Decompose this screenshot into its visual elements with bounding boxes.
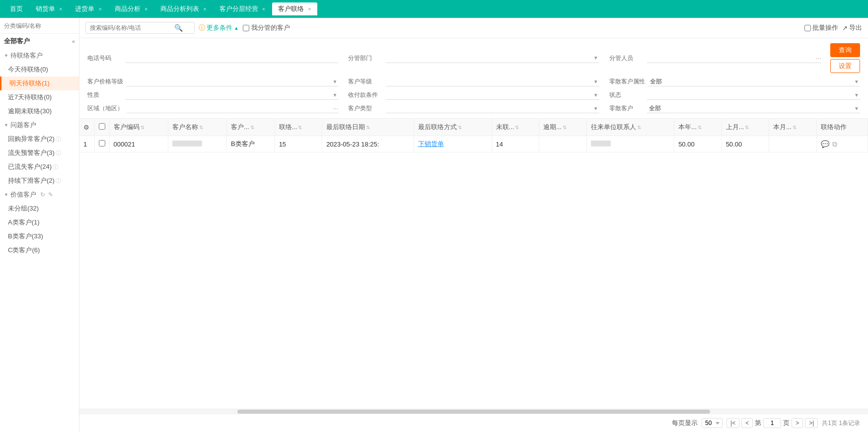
sidebar-item-7day-contact[interactable]: 近7天待联络(0): [0, 90, 79, 104]
sort-name-icon[interactable]: ⇅: [199, 125, 203, 130]
sort-date-icon[interactable]: ⇅: [366, 125, 370, 130]
sort-overdue-icon[interactable]: ⇅: [563, 125, 567, 130]
nav-customer-tiered[interactable]: 客户分层经营 ×: [214, 2, 271, 15]
help-icon-2[interactable]: ⓘ: [56, 149, 61, 157]
my-customers-check[interactable]: [243, 25, 249, 31]
sort-method-icon[interactable]: ⇅: [458, 125, 462, 130]
nav-purchase-order[interactable]: 进货单 ×: [69, 2, 107, 15]
refresh-icon[interactable]: ↻: [40, 191, 45, 198]
sidebar-item-today-contact[interactable]: 今天待联络(0): [0, 63, 79, 76]
my-customers-checkbox[interactable]: 我分管的客户: [243, 23, 290, 32]
table-scroll-thumb[interactable]: [237, 410, 711, 414]
col-this-year[interactable]: 本年...⇅: [674, 119, 722, 136]
more-conditions-btn[interactable]: ⓘ 更多条件 ▲: [199, 23, 239, 32]
group-value-customers[interactable]: 价值客户 ↻ ✎: [0, 188, 79, 202]
sidebar-item-churn-warning[interactable]: 流失预警客户(3) ⓘ: [0, 146, 79, 160]
sort-thismonth-icon[interactable]: ⇅: [793, 125, 796, 130]
sort-lastmonth-icon[interactable]: ⇅: [745, 125, 749, 130]
close-product-analysis-list-icon[interactable]: ×: [203, 6, 206, 12]
close-purchase-order-icon[interactable]: ×: [98, 6, 101, 12]
sidebar-item-ungrouped[interactable]: 未分组(32): [0, 202, 79, 216]
sort-unit-icon[interactable]: ⇅: [637, 125, 641, 130]
close-sales-order-icon[interactable]: ×: [59, 6, 62, 12]
col-customer-type[interactable]: 客户...⇅: [226, 119, 275, 136]
nature-select[interactable]: [125, 90, 338, 99]
all-customers-title[interactable]: 全部客户 «: [0, 34, 79, 49]
nav-product-analysis-list[interactable]: 商品分析列表 ×: [154, 2, 212, 15]
query-button[interactable]: 查询: [830, 43, 860, 57]
area-input[interactable]: [126, 104, 333, 113]
sort-code-icon[interactable]: ⇅: [141, 125, 145, 130]
close-customer-tiered-icon[interactable]: ×: [262, 6, 265, 12]
col-contact[interactable]: 联络...⇅: [275, 119, 322, 136]
settings-button[interactable]: 设置: [830, 59, 860, 73]
help-icon-1[interactable]: ⓘ: [56, 136, 61, 143]
prev-page-btn[interactable]: <: [741, 418, 753, 428]
sidebar-item-class-a[interactable]: A类客户(1): [0, 216, 79, 229]
help-icon-4[interactable]: ⓘ: [56, 177, 61, 185]
person-input[interactable]: [647, 54, 816, 63]
sort-year-icon[interactable]: ⇅: [698, 125, 702, 130]
retail-attr-select[interactable]: 全部: [648, 77, 860, 86]
col-action[interactable]: 联络动作: [816, 119, 868, 136]
dept-select[interactable]: [386, 54, 599, 63]
col-checkbox[interactable]: [94, 119, 109, 136]
sort-contact-icon[interactable]: ⇅: [298, 125, 302, 130]
col-last-contact-date[interactable]: 最后联络日期⇅: [322, 119, 414, 136]
nav-sales-order[interactable]: 销货单 ×: [30, 2, 68, 15]
nav-home[interactable]: 首页: [4, 2, 29, 15]
retail-customer-select[interactable]: 全部: [647, 104, 860, 113]
batch-op-check[interactable]: [804, 25, 811, 31]
export-button[interactable]: ↗ 导出: [842, 23, 862, 32]
customer-level-select[interactable]: [386, 77, 599, 86]
next-page-btn[interactable]: >: [792, 418, 803, 428]
table-scroll-bar[interactable]: [79, 409, 868, 414]
col-customer-code[interactable]: 客户编码⇅: [109, 119, 168, 136]
row-checkbox[interactable]: [99, 140, 105, 146]
sidebar-item-class-c[interactable]: C类客户(6): [0, 243, 79, 257]
search-button[interactable]: 🔍: [174, 24, 183, 32]
area-more-icon[interactable]: ···: [333, 104, 339, 112]
nav-customer-contact[interactable]: 客户联络 ×: [272, 2, 317, 15]
nav-product-analysis[interactable]: 商品分析 ×: [109, 2, 153, 15]
group-pending-contact[interactable]: 待联络客户: [0, 49, 79, 63]
more-action-icon[interactable]: ⧉: [832, 140, 837, 148]
sidebar-item-declining[interactable]: 持续下滑客户(2) ⓘ: [0, 174, 79, 188]
phone-input[interactable]: [125, 54, 338, 63]
per-page-select[interactable]: 50: [702, 418, 723, 428]
sidebar-item-abnormal-repurchase[interactable]: 回购异常客户(2) ⓘ: [0, 132, 79, 146]
col-this-month[interactable]: 本月...⇅: [769, 119, 817, 136]
col-customer-name[interactable]: 客户名称⇅: [168, 119, 226, 136]
col-overdue[interactable]: 逾期...⇅: [539, 119, 587, 136]
contact-method-link[interactable]: 下销货单: [418, 140, 444, 147]
help-icon-3[interactable]: ⓘ: [53, 163, 58, 171]
cell-last-contact-method[interactable]: 下销货单: [414, 136, 492, 152]
first-page-btn[interactable]: |<: [726, 418, 739, 428]
payment-select[interactable]: [386, 90, 599, 99]
col-unit-contact[interactable]: 往来单位联系人⇅: [586, 119, 674, 136]
sort-type-icon[interactable]: ⇅: [250, 125, 254, 130]
close-customer-contact-icon[interactable]: ×: [308, 6, 311, 12]
sidebar-item-overdue-contact[interactable]: 逾期未联络(30): [0, 104, 79, 118]
batch-op-button[interactable]: 批量操作: [804, 23, 838, 32]
sidebar-search-input[interactable]: [4, 22, 78, 29]
close-product-analysis-icon[interactable]: ×: [145, 6, 147, 12]
col-last-month[interactable]: 上月...⇅: [722, 119, 769, 136]
group-problem-customers[interactable]: 问题客户: [0, 118, 79, 132]
contact-icon[interactable]: 💬: [821, 140, 829, 148]
cell-checkbox[interactable]: [94, 136, 109, 152]
col-last-contact-method[interactable]: 最后联络方式⇅: [414, 119, 492, 136]
status-select[interactable]: [647, 90, 860, 99]
sidebar-item-class-b[interactable]: B类客户(33): [0, 229, 79, 243]
sort-notcontact-icon[interactable]: ⇅: [515, 125, 519, 130]
customer-type-select[interactable]: [386, 104, 599, 113]
col-settings[interactable]: ⚙: [79, 119, 94, 136]
edit-group-icon[interactable]: ✎: [48, 191, 53, 198]
collapse-icon[interactable]: «: [72, 38, 75, 44]
search-input[interactable]: [90, 24, 174, 31]
sidebar-item-tomorrow-contact[interactable]: 明天待联络(1): [0, 76, 79, 90]
page-input[interactable]: [763, 418, 781, 428]
col-not-contacted[interactable]: 未联...⇅: [492, 119, 539, 136]
select-all-checkbox[interactable]: [99, 123, 105, 130]
sidebar-item-churned[interactable]: 已流失客户(24) ⓘ: [0, 160, 79, 174]
